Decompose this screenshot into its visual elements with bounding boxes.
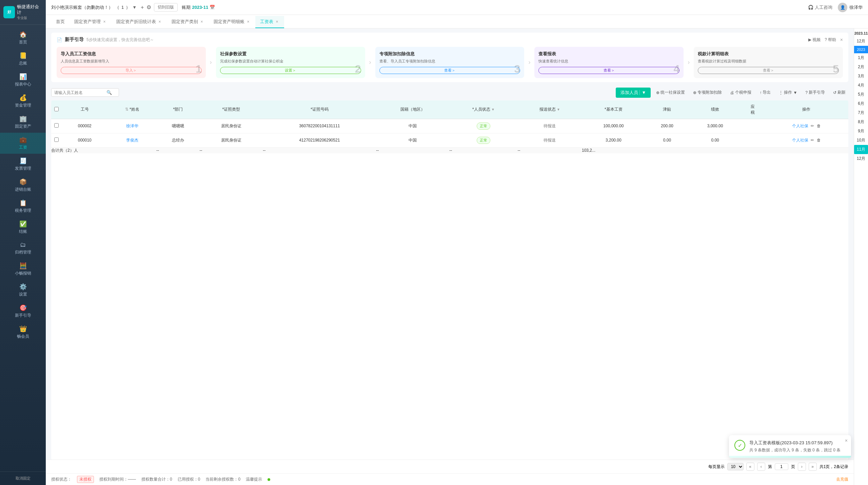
step5-btn[interactable]: 查看＞ [698, 67, 839, 74]
cal-month-12-prev[interactable]: 12月 [854, 37, 868, 46]
add-person-dropdown-icon[interactable]: ▼ [639, 90, 646, 95]
export-btn[interactable]: ↑ 导出 [757, 88, 773, 97]
tax-declare-btn[interactable]: 🖨 个税申报 [727, 88, 754, 97]
toast-success-icon: ✓ [734, 440, 745, 451]
submit-filter-icon[interactable]: ▼ [557, 108, 560, 111]
step1-btn[interactable]: 导入＞ [61, 67, 202, 74]
sidebar-item-closing[interactable]: ✅ 结账 [0, 217, 46, 238]
used-auth-label: 已用授权：0 [178, 477, 200, 482]
sidebar-item-funds[interactable]: 💰 资金管理 [0, 91, 46, 112]
tab-payroll-close[interactable]: × [275, 19, 279, 24]
tab-categories[interactable]: 固定资产类别 × [167, 16, 209, 28]
add-person-btn[interactable]: 添加人员 ▼ [616, 88, 651, 98]
calendar-icon[interactable]: 📅 [210, 5, 215, 10]
row1-social-insurance-link[interactable]: 个人社保 [792, 124, 808, 128]
cal-month-1[interactable]: 1月 [854, 53, 868, 62]
cal-month-11[interactable]: 11月 [854, 145, 868, 154]
toast-close-btn[interactable]: × [845, 438, 848, 443]
sidebar-item-inventory[interactable]: 📦 进销台账 [0, 175, 46, 196]
th-submit-status: 报送状态 ▼ [517, 100, 582, 119]
sidebar-item-tax[interactable]: 📋 税务管理 [0, 196, 46, 217]
add-account-icon[interactable]: + [141, 4, 144, 11]
pagination-bar: 每页显示 10 20 50 « ‹ 第 页 › » 共1页，2条记录 [46, 460, 854, 473]
cal-month-9[interactable]: 9月 [854, 127, 868, 136]
cal-month-6[interactable]: 6月 [854, 99, 868, 108]
row1-checkbox[interactable] [54, 123, 59, 128]
sidebar-item-invoicing[interactable]: 🧾 发票管理 [0, 154, 46, 175]
tab-fixed-assets-close[interactable]: × [102, 19, 107, 24]
tab-detail-close[interactable]: × [246, 19, 251, 24]
last-page-btn[interactable]: » [809, 463, 817, 471]
row1-name[interactable]: 徐泽华 [108, 119, 156, 133]
step2-btn[interactable]: 设置＞ [220, 67, 361, 74]
cancel-fixed-btn[interactable]: 取消固定 [3, 474, 43, 482]
sidebar: 好 畅捷通好会计 专业版 🏠 首页 📒 总账 📊 报表中心 💰 资金管理 🏢 固… [0, 0, 46, 485]
tab-home[interactable]: 首页 [51, 16, 70, 28]
step3-btn[interactable]: 查看＞ [379, 67, 520, 74]
prev-page-btn[interactable]: ‹ [757, 463, 765, 471]
cal-month-7[interactable]: 7月 [854, 108, 868, 117]
row2-social-insurance-link[interactable]: 个人社保 [792, 138, 808, 143]
tab-detail[interactable]: 固定资产明细账 × [209, 16, 255, 28]
cal-month-2[interactable]: 2月 [854, 62, 868, 72]
ai-consult-btn[interactable]: 🎧 人工咨询 [808, 4, 832, 11]
step4-btn[interactable]: 查看＞ [538, 67, 679, 74]
sidebar-item-expense[interactable]: 🧮 小畅报销 [0, 259, 46, 280]
sidebar-item-settings[interactable]: ⚙️ 设置 [0, 280, 46, 301]
export-label: 导出 [763, 90, 771, 95]
switch-old-btn[interactable]: 切到旧版 [154, 3, 178, 12]
row1-edit-icon[interactable]: ✏ [811, 124, 814, 128]
charge-link[interactable]: 去充值 [836, 477, 848, 482]
beginner-guide: 📄 新手引导 5步快速完成设置，快去完善信息吧～ ▶ 视频 ? 帮助 × [51, 33, 848, 82]
tab-depreciation[interactable]: 固定资产折旧统计表 × [112, 16, 167, 28]
tab-categories-close[interactable]: × [199, 19, 204, 24]
beginner-guide-btn[interactable]: ? 新手引导 [803, 88, 828, 97]
select-all-checkbox[interactable] [54, 107, 59, 111]
sidebar-item-member[interactable]: 👑 畅会员 [0, 322, 46, 343]
operations-btn[interactable]: ⋮ 操作 ▼ [776, 88, 800, 97]
row2-delete-icon[interactable]: 🗑 [817, 138, 821, 143]
tab-fixed-assets[interactable]: 固定资产管理 × [70, 16, 112, 28]
refresh-btn[interactable]: ↺ 刷新 [830, 88, 848, 97]
status-filter-icon[interactable]: ▼ [491, 108, 495, 111]
row2-checkbox[interactable] [54, 137, 59, 142]
first-page-btn[interactable]: « [746, 463, 754, 471]
cal-month-4[interactable]: 4月 [854, 81, 868, 90]
account-dropdown-arrow[interactable]: ▼ [132, 5, 137, 10]
row1-delete-icon[interactable]: 🗑 [817, 124, 821, 128]
member-icon: 👑 [19, 325, 27, 333]
sidebar-item-archive[interactable]: 🗂 归档管理 [0, 238, 46, 259]
settings-gear-icon[interactable]: ⚙ [146, 4, 151, 11]
special-deduct-btn[interactable]: ⊕ 专项附加扣除 [690, 88, 725, 97]
tab-depreciation-close[interactable]: × [157, 19, 162, 24]
cal-month-10[interactable]: 10月 [854, 136, 868, 145]
period-value: 2023-11 [192, 5, 208, 10]
sidebar-item-ledger[interactable]: 📒 总账 [0, 49, 46, 70]
per-page-select[interactable]: 10 20 50 [727, 463, 744, 470]
cal-month-3[interactable]: 3月 [854, 72, 868, 81]
row2-name[interactable]: 李俊杰 [108, 133, 156, 147]
search-icon[interactable]: 🔍 [106, 90, 112, 95]
tab-payroll[interactable]: 工资表 × [255, 16, 284, 28]
row1-submit-status: 待报送 [517, 119, 582, 133]
sidebar-item-home[interactable]: 🏠 首页 [0, 27, 46, 49]
guide-close-btn[interactable]: × [840, 37, 843, 42]
row1-id-num: 360782200104131111 [263, 119, 376, 133]
next-page-btn[interactable]: › [798, 463, 806, 471]
sidebar-item-funds-label: 资金管理 [15, 102, 31, 108]
row2-edit-icon[interactable]: ✏ [811, 138, 814, 143]
social-insurance-btn[interactable]: ⊕ 统一社保设置 [653, 88, 688, 97]
guide-video-btn[interactable]: ▶ 视频 [808, 37, 821, 43]
expire-label: 授权到期时间：—— [99, 477, 136, 482]
page-input[interactable] [775, 463, 788, 470]
sidebar-item-reports[interactable]: 📊 报表中心 [0, 70, 46, 91]
cal-month-12[interactable]: 12月 [854, 154, 868, 163]
search-input[interactable] [54, 90, 105, 95]
sidebar-item-guide[interactable]: 🎯 新手引导 [0, 301, 46, 322]
cal-month-8[interactable]: 8月 [854, 117, 868, 127]
sidebar-item-fixed-assets[interactable]: 🏢 固定资产 [0, 112, 46, 133]
guide-help-btn[interactable]: ? 帮助 [825, 37, 836, 43]
sort-icon[interactable]: ⇅ [125, 107, 129, 112]
cal-month-5[interactable]: 5月 [854, 90, 868, 99]
sidebar-item-payroll[interactable]: 💼 工资 [0, 133, 46, 154]
